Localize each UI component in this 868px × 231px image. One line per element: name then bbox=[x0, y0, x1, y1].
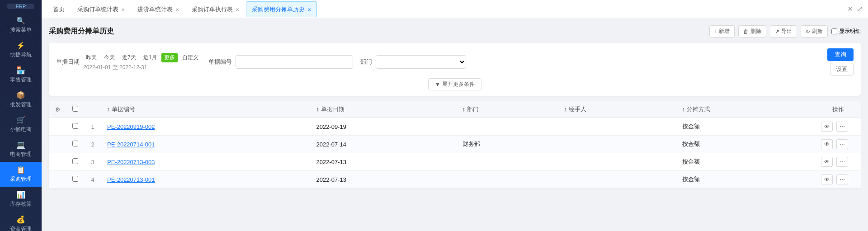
inventory-icon: 📊 bbox=[16, 190, 25, 199]
show-columns-checkbox-label[interactable]: 显示明细 bbox=[831, 28, 861, 35]
row-doc-no-4[interactable]: PE-20220713-001 bbox=[102, 171, 311, 189]
delete-button[interactable]: 🗑 删除 bbox=[738, 25, 766, 38]
row-more-btn-4[interactable]: ⋯ bbox=[836, 174, 848, 184]
tab-purchase-cost[interactable]: 采购费用分摊单历史✕ bbox=[246, 1, 317, 17]
row-view-btn-4[interactable]: 👁 bbox=[821, 174, 833, 184]
sidebar-item-ecom[interactable]: 💻电商管理 bbox=[0, 137, 42, 162]
sidebar-item-purchase[interactable]: 📋采购管理 bbox=[0, 162, 42, 187]
tab-purchase-summary[interactable]: 采购订单统计表✕ bbox=[71, 1, 131, 17]
tab-label-purchase-exec: 采购订单执行表 bbox=[192, 5, 233, 14]
row-dept-2: 财务部 bbox=[457, 136, 559, 153]
row-handler-4 bbox=[558, 171, 676, 189]
sidebar-item-retail[interactable]: 🏪零售管理 bbox=[0, 62, 42, 87]
th-handler[interactable]: ↕ 经手人 bbox=[558, 101, 676, 118]
tab-purchase-exec[interactable]: 采购订单执行表✕ bbox=[186, 1, 245, 17]
tab-home[interactable]: 首页 bbox=[47, 1, 71, 17]
row-num-1: 1 bbox=[84, 118, 102, 136]
dept-label: 部门 bbox=[360, 58, 372, 66]
tab-close-purchase-cost[interactable]: ✕ bbox=[307, 7, 311, 12]
add-button[interactable]: + 新增 bbox=[709, 25, 735, 38]
row-checkbox-col-2 bbox=[67, 136, 84, 153]
data-table: ⚙ ↕ 单据编号 ↕ 单据日期 ↕ 部门 ↕ 经手人 ↕ 分摊方式 操作 bbox=[49, 101, 861, 189]
th-row-num bbox=[84, 101, 102, 118]
sidebar-item-label: 批发管理 bbox=[10, 101, 32, 108]
row-doc-no-2[interactable]: PE-20220714-001 bbox=[102, 136, 311, 153]
row-num-2: 2 bbox=[84, 136, 102, 153]
doc-no-label: 单据编号 bbox=[208, 58, 232, 66]
row-doc-date-4: 2022-07-13 bbox=[311, 171, 457, 189]
row-more-btn-1[interactable]: ⋯ bbox=[836, 122, 848, 132]
dept-select[interactable] bbox=[376, 55, 466, 69]
row-num-4: 4 bbox=[84, 171, 102, 189]
th-settings[interactable]: ⚙ bbox=[49, 101, 67, 118]
tab-close-purchase-summary[interactable]: ✕ bbox=[121, 7, 125, 12]
date-custom[interactable]: 自定义 bbox=[179, 53, 201, 62]
sidebar-item-search[interactable]: 🔍搜索菜单 bbox=[0, 13, 42, 38]
sidebar-item-label: 电商管理 bbox=[10, 151, 32, 158]
date-yesterday[interactable]: 昨天 bbox=[83, 53, 99, 62]
sidebar-item-ecom-small[interactable]: 🛒小畅电商 bbox=[0, 112, 42, 137]
row-doc-date-3: 2022-07-13 bbox=[311, 153, 457, 171]
row-dept-3 bbox=[457, 153, 559, 171]
row-doc-no-1[interactable]: PE-20220919-002 bbox=[102, 118, 311, 136]
row-view-btn-1[interactable]: 👁 bbox=[821, 122, 833, 132]
row-action-buttons-1: 👁 ⋯ bbox=[821, 122, 855, 132]
row-view-btn-2[interactable]: 👁 bbox=[821, 139, 833, 149]
row-actions-2: 👁 ⋯ bbox=[816, 136, 861, 153]
th-checkbox bbox=[67, 101, 84, 118]
th-split-method[interactable]: ↕ 分摊方式 bbox=[677, 101, 816, 118]
row-more-btn-2[interactable]: ⋯ bbox=[836, 139, 848, 149]
tab-label-purchase-cost: 采购费用分摊单历史 bbox=[252, 5, 305, 14]
row-handler-3 bbox=[558, 153, 676, 171]
sidebar-item-wholesale[interactable]: 📦批发管理 bbox=[0, 87, 42, 112]
th-doc-date[interactable]: ↕ 单据日期 bbox=[311, 101, 457, 118]
filter-buttons: 查询 设置 bbox=[827, 48, 854, 75]
sidebar-item-label: 库存核算 bbox=[10, 200, 32, 208]
row-checkbox-2[interactable] bbox=[72, 141, 78, 146]
tab-close-import-summary[interactable]: ✕ bbox=[175, 7, 179, 12]
tab-label-purchase-summary: 采购订单统计表 bbox=[77, 5, 118, 14]
row-checkbox-3[interactable] bbox=[72, 158, 78, 164]
date-shortcuts-container: 昨天 今天 近7天 近1月 更多 自定义 2022-01-01 至 2022-1… bbox=[83, 53, 201, 71]
sidebar-item-finance[interactable]: 💰资金管理 bbox=[0, 212, 42, 231]
row-checkbox-1[interactable] bbox=[72, 123, 78, 129]
table-row: 2 PE-20220714-001 2022-07-14 财务部 按金额 👁 ⋯ bbox=[49, 136, 861, 153]
row-view-btn-3[interactable]: 👁 bbox=[821, 157, 833, 167]
maximize-icon[interactable]: ⤢ bbox=[857, 5, 863, 13]
export-button[interactable]: ↗ 导出 bbox=[770, 25, 797, 38]
sidebar-item-inventory[interactable]: 📊库存核算 bbox=[0, 187, 42, 212]
doc-no-input[interactable] bbox=[236, 55, 353, 69]
sidebar-item-label: 零售管理 bbox=[10, 76, 32, 84]
row-split-method-4: 按金额 bbox=[677, 171, 816, 189]
close-all-icon[interactable]: ✕ bbox=[847, 5, 853, 13]
row-more-btn-3[interactable]: ⋯ bbox=[836, 157, 848, 167]
date-more[interactable]: 更多 bbox=[161, 53, 178, 62]
table-container: ⚙ ↕ 单据编号 ↕ 单据日期 ↕ 部门 ↕ 经手人 ↕ 分摊方式 操作 bbox=[49, 101, 861, 189]
header-actions: + 新增 🗑 删除 ↗ 导出 ↻ 刷新 显示明细 bbox=[709, 25, 861, 38]
sidebar-item-quick[interactable]: ⚡快捷导航 bbox=[0, 38, 42, 62]
expand-conditions-button[interactable]: ▼ 展开更多条件 bbox=[428, 78, 481, 90]
tab-import-summary[interactable]: 进货单统计表✕ bbox=[132, 1, 185, 17]
row-actions-1: 👁 ⋯ bbox=[816, 118, 861, 136]
ecom-icon: 💻 bbox=[16, 141, 25, 149]
page-title: 采购费用分摊单历史 bbox=[49, 27, 114, 36]
row-action-buttons-4: 👁 ⋯ bbox=[821, 174, 855, 184]
th-dept[interactable]: ↕ 部门 bbox=[457, 101, 559, 118]
date-today[interactable]: 今天 bbox=[101, 53, 118, 62]
row-action-buttons-3: 👁 ⋯ bbox=[821, 157, 855, 167]
row-checkbox-4[interactable] bbox=[72, 176, 78, 182]
row-doc-no-3[interactable]: PE-20220713-003 bbox=[102, 153, 311, 171]
th-doc-no[interactable]: ↕ 单据编号 bbox=[102, 101, 311, 118]
refresh-button[interactable]: ↻ 刷新 bbox=[801, 25, 828, 38]
tab-close-purchase-exec[interactable]: ✕ bbox=[236, 7, 239, 12]
row-settings-2 bbox=[49, 136, 67, 153]
date-1month[interactable]: 近1月 bbox=[141, 53, 160, 62]
select-all-checkbox[interactable] bbox=[72, 106, 78, 112]
date-7days[interactable]: 近7天 bbox=[119, 53, 139, 62]
query-button[interactable]: 查询 bbox=[827, 48, 854, 61]
filter-settings-button[interactable]: 设置 bbox=[830, 63, 854, 75]
row-dept-4 bbox=[457, 171, 559, 189]
show-columns-checkbox[interactable] bbox=[831, 28, 837, 34]
date-range-text: 2022-01-01 至 2022-12-31 bbox=[83, 64, 201, 71]
row-split-method-1: 按金额 bbox=[677, 118, 816, 136]
